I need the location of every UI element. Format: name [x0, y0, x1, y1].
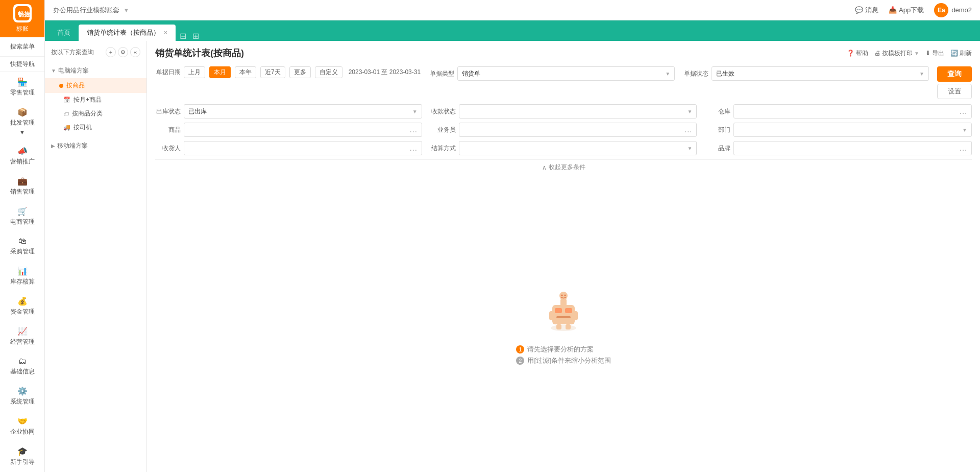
sidebar-item-system[interactable]: ⚙️ 系统管理	[0, 381, 44, 411]
tip-1-num: 1	[516, 345, 524, 353]
help-btn[interactable]: ❓ 帮助	[847, 49, 868, 58]
date-this-year-btn[interactable]: 本年	[235, 66, 256, 78]
title-actions: ❓ 帮助 🖨 按模板打印 ▼ ⬇ 导出 🔄	[847, 49, 972, 58]
app-download-btn[interactable]: 📥 App下载	[889, 6, 924, 15]
date-custom-btn[interactable]: 自定义	[315, 66, 342, 78]
sidebar-item-ecommerce[interactable]: 🛒 电商管理	[0, 201, 44, 231]
add-scheme-btn[interactable]: +	[106, 47, 116, 57]
tree-item-by-month-product[interactable]: 📅 按月+商品	[45, 93, 146, 107]
warehouse-input[interactable]: …	[733, 104, 972, 119]
svg-point-12	[559, 292, 568, 300]
search-menu[interactable]: 搜索菜单	[0, 37, 44, 57]
settlement-filter: 结算方式 ▼	[430, 141, 697, 155]
product-input[interactable]: …	[184, 123, 422, 137]
svg-rect-10	[556, 324, 561, 329]
desktop-section: ▼ 电脑端方案 按商品 📅 按月+商品 🏷 按商品分类 🚚 按司机	[45, 61, 146, 136]
sidebar-item-wholesale[interactable]: 📦 批发管理	[0, 102, 44, 141]
refresh-btn[interactable]: 🔄 刷新	[950, 49, 972, 58]
tip-1: 1 请先选择要分析的方案	[516, 344, 610, 355]
settings-scheme-btn[interactable]: ⚙	[118, 47, 128, 57]
empty-tips: 1 请先选择要分析的方案 2 用[过滤]条件来缩小分析范围	[516, 344, 610, 366]
topbar-right: 💬 消息 📥 App下载 Ea demo2	[855, 3, 972, 17]
sidebar-item-sales[interactable]: 💼 销售管理	[0, 171, 44, 201]
query-btn[interactable]: 查询	[937, 66, 972, 82]
salesperson-filter: 业务员 …	[430, 123, 697, 137]
collapse-up-icon: ∧	[542, 164, 547, 171]
by-clerk-label: 按司机	[74, 123, 92, 132]
sidebar-item-enterprise-collab[interactable]: 🤝 企业协同	[0, 411, 44, 441]
collection-status-select[interactable]: ▼	[459, 104, 697, 119]
system-icon: ⚙️	[17, 386, 28, 396]
receiver-input[interactable]: …	[184, 141, 422, 155]
brand-input[interactable]: …	[733, 141, 972, 155]
main-content: 办公用品行业模拟账套 ▼ 💬 消息 📥 App下载 Ea demo2 首页	[45, 0, 980, 472]
message-btn[interactable]: 💬 消息	[855, 6, 878, 15]
collection-status-filter: 收款状态 ▼	[430, 104, 697, 119]
sidebar-item-marketing[interactable]: 📣 营销推广	[0, 141, 44, 171]
collapse-panel-btn[interactable]: «	[130, 47, 140, 57]
receiver-dots-icon: …	[409, 144, 418, 153]
collapse-filters-btn[interactable]: ∧ 收起更多条件	[155, 159, 972, 175]
date-filter: 单据日期 上月 本月 本年 近7天 更多 自定义 2023-03-01 至 20…	[155, 66, 421, 78]
minimize-icon[interactable]: ⊟	[178, 31, 188, 41]
inventory-icon: 📊	[17, 266, 28, 276]
tree-item-by-category[interactable]: 🏷 按商品分类	[45, 107, 146, 121]
out-status-filter: 出库状态 已出库 ▼	[155, 104, 422, 119]
filter-row-4: 收货人 … 结算方式 ▼ 品牌	[155, 139, 972, 157]
salesperson-dots-icon: …	[684, 125, 692, 134]
tab-controls: ⊟ ⊞	[178, 31, 201, 41]
by-product-label: 按商品	[66, 81, 85, 90]
maximize-icon[interactable]: ⊞	[190, 31, 201, 41]
doc-type-arrow-icon: ▼	[665, 71, 670, 77]
download-icon: 📥	[889, 6, 897, 14]
department-select[interactable]: ▼	[733, 123, 972, 137]
mobile-section-header[interactable]: ▶ 移动端方案	[45, 138, 146, 153]
date-more-btn[interactable]: 更多	[289, 66, 311, 78]
date-this-month-btn[interactable]: 本月	[209, 66, 231, 78]
tree-item-by-product[interactable]: 按商品	[45, 78, 146, 93]
marketing-icon: 📣	[17, 146, 28, 156]
brand-filter: 品牌 …	[705, 141, 972, 155]
tab-home[interactable]: 首页	[49, 25, 79, 41]
doc-status-filter: 单据状态 已生效 ▼	[683, 66, 929, 81]
sidebar-item-newbie[interactable]: 🎓 新手引导	[0, 441, 44, 471]
doc-status-arrow-icon: ▼	[919, 71, 924, 77]
print-btn[interactable]: 🖨 按模板打印 ▼	[874, 49, 919, 58]
date-last-month-btn[interactable]: 上月	[184, 66, 205, 78]
desktop-section-header[interactable]: ▼ 电脑端方案	[45, 63, 146, 78]
svg-rect-5	[565, 308, 572, 313]
sidebar-item-retail[interactable]: 🏪 零售管理	[0, 72, 44, 102]
user-profile-btn[interactable]: Ea demo2	[934, 3, 972, 17]
settings-btn[interactable]: 设置	[937, 84, 972, 99]
collab-icon: 🤝	[17, 416, 28, 426]
sidebar-item-finance[interactable]: 💰 资金管理	[0, 291, 44, 321]
sidebar-item-operations[interactable]: 📈 经营管理	[0, 321, 44, 351]
tree-item-by-clerk[interactable]: 🚚 按司机	[45, 121, 146, 134]
tab-report[interactable]: 销货单统计表（按商品） ×	[79, 25, 176, 41]
doc-type-select[interactable]: 销货单 ▼	[457, 66, 675, 81]
page-area: 按以下方案查询 + ⚙ « ▼ 电脑端方案 按商品 📅 按月	[45, 41, 980, 472]
svg-rect-3	[552, 305, 575, 324]
settlement-select[interactable]: ▼	[459, 141, 697, 155]
sidebar-item-inventory[interactable]: 📊 库存核算	[0, 261, 44, 291]
left-panel: 按以下方案查询 + ⚙ « ▼ 电脑端方案 按商品 📅 按月	[45, 41, 147, 472]
topbar: 办公用品行业模拟账套 ▼ 💬 消息 📥 App下载 Ea demo2	[45, 0, 980, 20]
panel-actions: + ⚙ «	[106, 47, 140, 57]
tab-close-icon[interactable]: ×	[164, 29, 167, 36]
purchase-icon: 🛍	[18, 237, 27, 246]
sidebar-item-purchase[interactable]: 🛍 采购管理	[0, 231, 44, 261]
quick-nav[interactable]: 快捷导航	[0, 57, 44, 72]
export-btn[interactable]: ⬇ 导出	[925, 49, 944, 58]
doc-status-select[interactable]: 已生效 ▼	[712, 66, 929, 81]
section-expand-icon: ▼	[51, 68, 56, 74]
date-last-7-days-btn[interactable]: 近7天	[260, 66, 285, 78]
month-product-icon: 📅	[63, 97, 70, 103]
help-icon: ❓	[847, 50, 854, 57]
workspace-arrow: ▼	[124, 7, 129, 13]
out-status-select[interactable]: 已出库 ▼	[184, 104, 422, 119]
salesperson-input[interactable]: …	[459, 123, 697, 137]
out-status-label: 出库状态	[155, 107, 181, 116]
receiver-label: 收货人	[155, 144, 181, 153]
sidebar-item-basic[interactable]: 🗂 基础信息	[0, 351, 44, 381]
finance-icon: 💰	[17, 296, 28, 306]
